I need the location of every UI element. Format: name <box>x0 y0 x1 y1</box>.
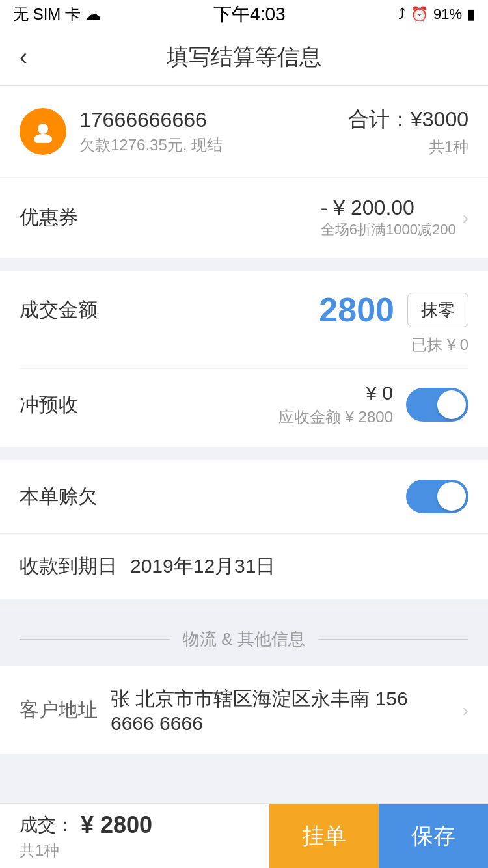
prereceive-amount: ¥ 0 应收金额 ¥ 2800 <box>278 382 393 427</box>
back-button[interactable]: ‹ <box>20 44 27 71</box>
debt-row: 本单赊欠 <box>0 460 488 533</box>
chevron-right-icon-address: › <box>463 700 468 721</box>
amount-row: 成交金额 2800 抹零 <box>20 290 468 329</box>
bottom-bar: 成交： ¥ 2800 共1种 挂单 保存 <box>0 803 488 868</box>
status-bar: 无 SIM 卡 ☁ 下午4:03 ⤴ ⏰ 91% ▮ <box>0 0 488 29</box>
amount-label: 成交金额 <box>20 297 98 323</box>
logistics-title: 物流 & 其他信息 <box>183 628 305 651</box>
address-label: 客户地址 <box>20 697 98 724</box>
location-icon: ⤴ <box>398 6 405 23</box>
logistics-section-header: 物流 & 其他信息 <box>0 612 488 666</box>
header-line-right <box>318 639 468 640</box>
duedate-value: 2019年12月31日 <box>130 553 275 580</box>
save-button[interactable]: 保存 <box>379 804 488 868</box>
prereceive-label: 冲预收 <box>20 392 78 418</box>
bottom-btn-group: 挂单 保存 <box>269 804 488 868</box>
amount-sub: 已抹 ¥ 0 <box>20 334 468 355</box>
section-gap-3 <box>0 599 488 612</box>
battery-icon: ▮ <box>467 6 475 23</box>
page-title: 填写结算等信息 <box>167 42 321 72</box>
amount-value-group: 2800 抹零 <box>319 290 468 329</box>
coupon-row[interactable]: 优惠券 - ¥ 200.00 全场6折满1000减200 › <box>0 177 488 258</box>
debt-label: 本单赊欠 <box>20 483 98 510</box>
coupon-label: 优惠券 <box>20 204 78 231</box>
status-left: 无 SIM 卡 ☁ <box>13 4 101 25</box>
svg-point-1 <box>34 134 52 143</box>
address-value: 张 北京市市辖区海淀区永丰南 156 6666 6666 <box>111 686 450 735</box>
avatar <box>20 108 66 155</box>
customer-right: 合计：¥3000 共1种 <box>348 105 468 157</box>
duedate-row: 收款到期日 2019年12月31日 <box>0 533 488 599</box>
coupon-discount: - ¥ 200.00 <box>321 196 456 220</box>
prereceive-right: ¥ 0 应收金额 ¥ 2800 <box>278 382 468 427</box>
header-line-left <box>20 639 170 640</box>
customer-phone: 17666666666 <box>79 108 223 132</box>
section-gap-1 <box>0 258 488 271</box>
debt-toggle[interactable] <box>406 480 468 513</box>
bottom-deal-row: 成交： ¥ 2800 <box>20 811 250 839</box>
svg-point-0 <box>38 124 48 134</box>
customer-row: 17666666666 欠款1276.35元, 现结 合计：¥3000 共1种 <box>20 105 468 157</box>
coupon-info: - ¥ 200.00 全场6折满1000减200 <box>321 196 456 239</box>
total-count: 共1种 <box>348 137 468 157</box>
customer-sub: 欠款1276.35元, 现结 <box>79 135 223 156</box>
inner-divider <box>20 368 468 369</box>
prereceive-sub: 应收金额 ¥ 2800 <box>278 407 393 427</box>
amount-number: 2800 <box>319 290 394 329</box>
total-amount: 合计：¥3000 <box>348 105 468 134</box>
duedate-label: 收款到期日 <box>20 553 117 580</box>
customer-left: 17666666666 欠款1276.35元, 现结 <box>20 108 223 156</box>
address-row[interactable]: 客户地址 张 北京市市辖区海淀区永丰南 156 6666 6666 › <box>0 666 488 754</box>
prereceive-value: ¥ 0 <box>278 382 393 404</box>
customer-card: 17666666666 欠款1276.35元, 现结 合计：¥3000 共1种 <box>0 86 488 177</box>
bottom-deal-label: 成交： <box>20 813 74 837</box>
status-time: 下午4:03 <box>213 2 286 27</box>
bottom-deal-count: 共1种 <box>20 840 250 861</box>
customer-info: 17666666666 欠款1276.35元, 现结 <box>79 108 223 156</box>
alarm-icon: ⏰ <box>411 6 428 23</box>
amount-section: 成交金额 2800 抹零 已抹 ¥ 0 冲预收 ¥ 0 应收金额 ¥ 2800 <box>0 271 488 447</box>
prereceive-toggle[interactable] <box>406 388 468 422</box>
prereceive-row: 冲预收 ¥ 0 应收金额 ¥ 2800 <box>20 382 468 427</box>
bottom-summary: 成交： ¥ 2800 共1种 <box>0 811 269 861</box>
sim-status: 无 SIM 卡 ☁ <box>13 4 101 25</box>
chevron-right-icon: › <box>463 208 468 228</box>
coupon-detail: 全场6折满1000减200 <box>321 220 456 239</box>
battery-level: 91% <box>433 6 462 23</box>
header: ‹ 填写结算等信息 <box>0 29 488 86</box>
coupon-right: - ¥ 200.00 全场6折满1000减200 › <box>321 196 468 239</box>
bottom-deal-value: ¥ 2800 <box>81 811 152 839</box>
round-button[interactable]: 抹零 <box>407 293 468 327</box>
section-gap-2 <box>0 447 488 460</box>
status-right: ⤴ ⏰ 91% ▮ <box>398 6 475 23</box>
hold-button[interactable]: 挂单 <box>269 804 379 868</box>
